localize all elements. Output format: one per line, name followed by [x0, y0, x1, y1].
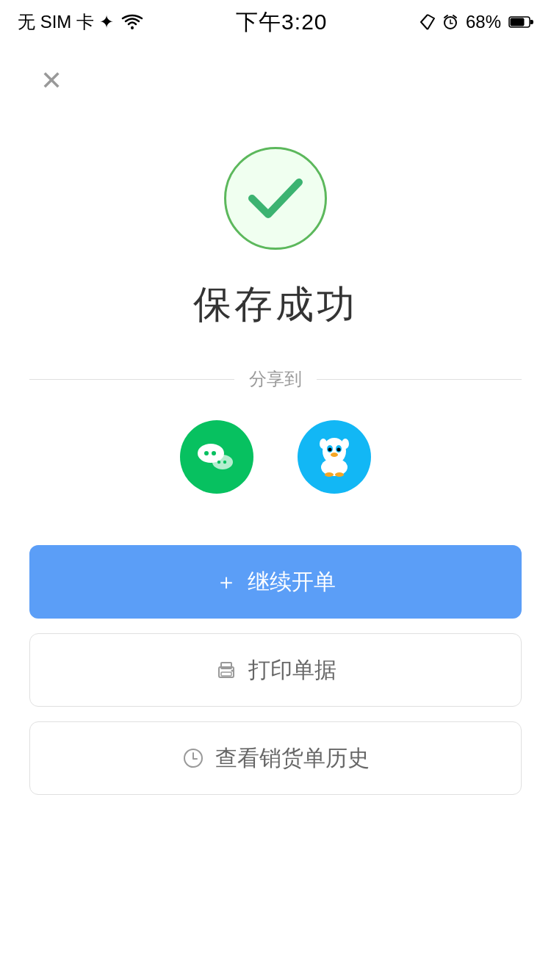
svg-point-15	[337, 448, 341, 452]
status-bar: 无 SIM 卡 ✦ 下午3:20 68%	[0, 0, 551, 44]
battery-label: 68%	[466, 12, 501, 32]
svg-point-20	[342, 439, 349, 449]
history-label: 查看销货单历史	[215, 743, 370, 774]
svg-point-17	[325, 472, 334, 477]
svg-point-7	[212, 455, 233, 469]
success-circle	[224, 147, 327, 250]
qq-icon	[313, 435, 356, 479]
svg-point-9	[223, 461, 226, 464]
svg-point-19	[320, 439, 327, 449]
status-right: 68%	[420, 12, 533, 32]
share-divider: 分享到	[29, 367, 522, 391]
sim-label: 无 SIM 卡 ✦	[18, 10, 114, 34]
svg-rect-3	[510, 18, 524, 26]
svg-point-0	[131, 26, 134, 29]
battery-icon	[508, 15, 533, 29]
continue-button[interactable]: ＋ 继续开单	[29, 545, 522, 619]
share-qq-button[interactable]	[298, 420, 371, 494]
print-icon	[215, 658, 238, 682]
share-label: 分享到	[234, 367, 317, 391]
svg-point-18	[335, 472, 344, 477]
action-buttons: ＋ 继续开单 打印单据 查看销货单历史	[29, 545, 522, 795]
svg-point-14	[328, 448, 332, 452]
close-icon: ✕	[40, 65, 62, 96]
print-button[interactable]: 打印单据	[29, 633, 522, 707]
svg-rect-23	[221, 672, 231, 676]
history-icon	[181, 746, 205, 770]
svg-point-8	[217, 461, 220, 464]
svg-point-6	[212, 451, 216, 455]
status-left: 无 SIM 卡 ✦	[18, 10, 143, 34]
location-icon	[420, 14, 435, 30]
wifi-icon	[121, 14, 143, 30]
close-btn-row: ✕	[29, 44, 522, 110]
divider-line-right	[317, 379, 522, 380]
history-button[interactable]: 查看销货单历史	[29, 721, 522, 795]
svg-point-5	[204, 451, 209, 455]
wechat-icon	[195, 439, 239, 475]
svg-point-11	[321, 458, 347, 476]
main-content: ✕ 保存成功 分享到	[0, 44, 551, 980]
success-title: 保存成功	[193, 279, 358, 331]
print-label: 打印单据	[248, 655, 336, 685]
checkmark-icon	[246, 176, 305, 220]
close-button[interactable]: ✕	[29, 59, 73, 103]
alarm-icon	[442, 14, 458, 30]
svg-point-16	[331, 453, 338, 457]
plus-icon: ＋	[215, 567, 237, 597]
share-wechat-button[interactable]	[180, 420, 253, 494]
share-icons	[180, 420, 371, 494]
status-time: 下午3:20	[236, 7, 327, 37]
divider-line-left	[29, 379, 234, 380]
svg-point-24	[231, 670, 234, 672]
continue-label: 继续开单	[248, 567, 336, 597]
